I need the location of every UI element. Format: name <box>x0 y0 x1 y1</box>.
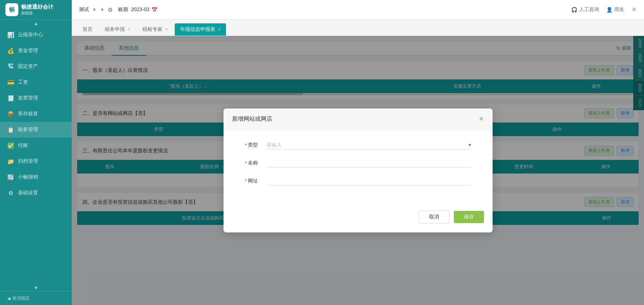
tab-annual-close[interactable]: × <box>218 27 221 32</box>
sidebar-item-jiezhang[interactable]: ✅ 结账 <box>0 138 72 153</box>
content: 基础信息 其他信息 ↻ 刷新 一、股东（发起人）出资情况 复制 <box>72 36 644 305</box>
tab-annual[interactable]: 年报信息申报表 × <box>175 23 226 36</box>
dialog-close-button[interactable]: ✕ <box>479 115 484 123</box>
sidebar-item-label: 基础设置 <box>18 190 38 196</box>
type-input[interactable] <box>267 142 469 148</box>
topbar-right: 🎧 人工咨询 👤 用友 ✕ <box>571 6 637 14</box>
sidebar-item-jichu[interactable]: ⚙ 基础设置 <box>0 185 72 201</box>
jiezhang-icon: ✅ <box>7 142 14 149</box>
add-button[interactable]: + <box>100 6 104 14</box>
sidebar-item-label: 库存核算 <box>18 111 38 117</box>
tab-tax[interactable]: 税务申报 × <box>99 23 136 36</box>
cancel-button[interactable]: 取消 <box>419 211 450 223</box>
save-button[interactable]: 保存 <box>454 211 484 223</box>
tab-home[interactable]: 首页 <box>77 23 98 36</box>
sidebar-item-zijin[interactable]: 💰 资金管理 <box>0 43 72 59</box>
form-row-name: * 名称 <box>245 158 471 167</box>
settings-icon[interactable]: ⚙ <box>108 6 113 13</box>
url-input[interactable] <box>267 178 471 184</box>
gudingzichan-icon: 🏗 <box>7 63 14 70</box>
kucun-icon: 📦 <box>7 110 14 117</box>
yunbaobiao-icon: 📊 <box>7 31 14 38</box>
sidebar-bottom-label: 取消固定 <box>13 295 30 301</box>
label-text-name: 名称 <box>248 160 258 166</box>
sidebar-item-label: 发票管理 <box>18 95 38 101</box>
dialog-footer: 取消 保存 <box>224 205 493 232</box>
period-text: 账期 <box>118 6 128 12</box>
fapiao-icon: 🧾 <box>7 94 14 102</box>
topbar-close-button[interactable]: ✕ <box>631 6 637 14</box>
period-label: 账期 2023-03 <box>118 6 149 13</box>
sidebar-item-xiaochangbaoxiao[interactable]: 🔄 小畅报销 <box>0 169 72 185</box>
shuiwu-icon: 📋 <box>7 126 14 133</box>
sidebar-item-gongzi[interactable]: 💳 工资 <box>0 74 72 90</box>
form-input-wrap-url <box>267 176 471 185</box>
tab-home-label: 首页 <box>83 26 93 33</box>
label-text-type: 类型 <box>248 142 258 148</box>
sidebar-nav: 📊 云报表中心 💰 资金管理 🏗 固定资产 💳 工资 🧾 发票管理 📦 <box>0 27 72 284</box>
sidebar-scroll-up[interactable]: ▲ <box>0 20 72 27</box>
service-label: 人工咨询 <box>579 6 599 13</box>
jichu-icon: ⚙ <box>7 189 14 197</box>
sidebar-item-guidang[interactable]: 📁 归档管理 <box>0 153 72 169</box>
sidebar-item-label: 云报表中心 <box>18 32 43 38</box>
tab-annual-label: 年报信息申报表 <box>180 26 215 33</box>
dialog-title: 新增网站或网店 <box>232 115 272 123</box>
sidebar-item-label: 小畅报销 <box>18 174 38 180</box>
sidebar-item-gudingzichan[interactable]: 🏗 固定资产 <box>0 59 72 74</box>
tab-tax-label: 税务申报 <box>105 26 125 33</box>
type-dropdown-icon[interactable]: ▾ <box>469 142 471 148</box>
xiaochangbaoxiao-icon: 🔄 <box>7 174 14 181</box>
form-input-wrap-type: ▾ <box>267 140 471 149</box>
form-label-url: * 网址 <box>245 178 267 184</box>
sidebar-item-label: 结账 <box>18 142 28 149</box>
sidebar-item-label: 工资 <box>18 79 28 86</box>
sidebar-item-label: 固定资产 <box>18 63 38 70</box>
pin-icon: ◀ <box>7 296 10 301</box>
form-input-wrap-name <box>267 158 471 167</box>
form-row-url: * 网址 <box>245 176 471 185</box>
company-dropdown-arrow[interactable]: ▼ <box>92 7 97 13</box>
name-input[interactable] <box>267 160 471 166</box>
form-field-url: * 网址 <box>245 176 471 185</box>
service-button[interactable]: 🎧 人工咨询 <box>571 6 599 13</box>
sidebar-item-label: 归档管理 <box>18 158 38 165</box>
logo-icon: 畅 <box>5 3 18 16</box>
user-label: 用友 <box>614 6 624 13</box>
form-field-type: * 类型 ▾ <box>245 140 471 149</box>
sidebar-item-fapiao[interactable]: 🧾 发票管理 <box>0 90 72 106</box>
guidang-icon: 📁 <box>7 158 14 165</box>
main: 测试 ▼ + ⚙ 账期 2023-03 📅 🎧 人工咨询 👤 用友 ✕ <box>72 0 644 305</box>
logo: 畅 畅捷通好会计 旗舰版 <box>0 0 72 20</box>
company-selector[interactable]: 测试 ▼ <box>79 6 97 13</box>
user-button[interactable]: 👤 用友 <box>606 6 624 13</box>
required-marker-name: * <box>245 160 247 166</box>
label-text-url: 网址 <box>248 178 258 184</box>
sidebar: 畅 畅捷通好会计 旗舰版 ▲ 📊 云报表中心 💰 资金管理 🏗 固定资产 💳 <box>0 0 72 305</box>
period-value: 2023-03 <box>131 6 149 12</box>
sidebar-item-yunbaobiao[interactable]: 📊 云报表中心 <box>0 27 72 43</box>
tab-taxcheck-close[interactable]: × <box>165 27 168 32</box>
add-website-dialog: 新增网站或网店 ✕ * 类型 <box>224 108 493 232</box>
company-name: 测试 <box>79 6 89 13</box>
form-row-type: * 类型 ▾ <box>245 140 471 149</box>
dialog-header: 新增网站或网店 ✕ <box>224 108 493 130</box>
tabbar: 首页 税务申报 × 税检专家 × 年报信息申报表 × <box>72 20 644 36</box>
zijin-icon: 💰 <box>7 47 14 54</box>
tab-taxcheck[interactable]: 税检专家 × <box>137 23 173 36</box>
gongzi-icon: 💳 <box>7 79 14 86</box>
sidebar-item-label: 资金管理 <box>18 47 38 54</box>
tab-taxcheck-label: 税检专家 <box>142 26 163 33</box>
calendar-icon[interactable]: 📅 <box>151 7 158 13</box>
sidebar-item-label: 税务管理 <box>18 126 38 133</box>
sidebar-item-shuiwu[interactable]: 📋 税务管理 <box>0 122 72 138</box>
sidebar-scroll-down[interactable]: ▼ <box>0 284 72 291</box>
sidebar-item-kucun[interactable]: 📦 库存核算 <box>0 106 72 122</box>
dialog-overlay: 新增网站或网店 ✕ * 类型 <box>72 36 644 305</box>
sidebar-bottom[interactable]: ◀ 取消固定 <box>0 291 72 305</box>
logo-name: 畅捷通好会计 <box>21 4 53 10</box>
form-field-name: * 名称 <box>245 158 471 167</box>
headset-icon: 🎧 <box>571 7 577 13</box>
dialog-body: * 类型 ▾ <box>224 130 493 205</box>
tab-tax-close[interactable]: × <box>128 27 130 32</box>
